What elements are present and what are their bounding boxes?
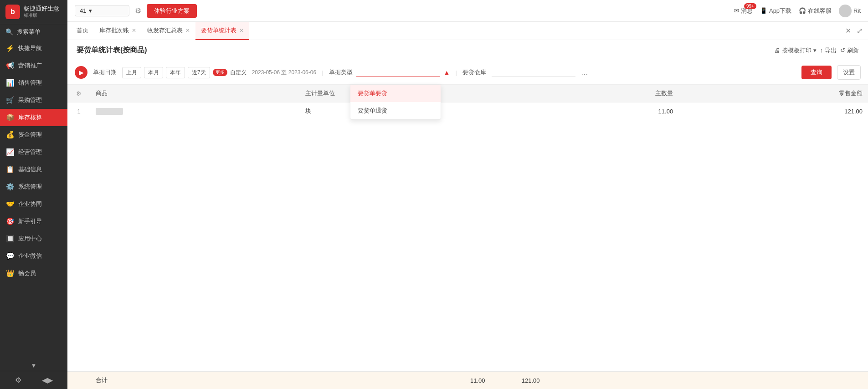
tab-close-requisition-stats[interactable]: ✕ <box>239 27 244 34</box>
sidebar-item-app-center[interactable]: 🔲 应用中心 <box>0 230 67 247</box>
sidebar-item-label: 应用中心 <box>18 235 42 243</box>
tabs-expand-icon[interactable]: ⤢ <box>855 25 864 37</box>
footer-total-label: 合计 <box>73 376 108 384</box>
topbar-left: 41 ▾ ⚙ 体验行业方案 <box>75 4 197 18</box>
sidebar-item-purchase[interactable]: 🛒 采购管理 <box>0 92 67 109</box>
sidebar-item-operations[interactable]: 📈 经营管理 <box>0 143 67 161</box>
sidebar-item-inventory[interactable]: 📦 库存核算 <box>0 109 67 126</box>
sidebar-nav: ⚡ 快捷导航 📢 营销推广 📊 销售管理 🛒 采购管理 📦 库存核算 💰 资金管… <box>0 40 67 360</box>
filter-this-month[interactable]: 本月 <box>144 67 163 78</box>
sidebar-item-label: 营销推广 <box>18 61 42 70</box>
type-filter-dropdown: 要货单要货 要货单退货 <box>350 84 441 120</box>
guide-icon: 🎯 <box>5 217 15 225</box>
company-selector-value: 41 <box>80 7 86 14</box>
filter-divider: | <box>322 69 323 76</box>
product-blurred: ██████ <box>96 108 123 115</box>
row-product: ██████ <box>90 102 300 120</box>
online-service-button[interactable]: 🎧 在线客服 <box>799 7 832 15</box>
sidebar-item-label: 系统管理 <box>18 183 42 191</box>
page-title: 要货单统计表(按商品) <box>77 46 147 55</box>
sidebar-item-quick-nav[interactable]: ⚡ 快捷导航 <box>0 40 67 57</box>
collapse-icon[interactable]: ◀▶ <box>42 376 53 384</box>
message-button[interactable]: ✉ 消息 99+ <box>734 7 753 15</box>
warehouse-filter-input[interactable] <box>492 68 575 77</box>
tab-recv-summary[interactable]: 收发存汇总表 ✕ <box>142 22 195 40</box>
sidebar-item-label: 资金管理 <box>18 131 42 139</box>
sidebar-item-finance[interactable]: 💰 资金管理 <box>0 126 67 143</box>
tab-recv-summary-label: 收发存汇总表 <box>147 26 183 35</box>
sidebar-item-sales[interactable]: 📊 销售管理 <box>0 74 67 92</box>
message-badge: 99+ <box>744 3 756 9</box>
sidebar-item-label: 企业协同 <box>18 200 42 208</box>
filter-expand-button[interactable]: ▶ <box>75 66 87 79</box>
column-settings-button[interactable]: 设置 <box>837 65 861 80</box>
warehouse-filter-label: 要货仓库 <box>462 68 486 77</box>
tab-home[interactable]: 首页 <box>71 22 94 40</box>
online-service-label: 在线客服 <box>808 7 832 15</box>
sidebar-item-label: 经营管理 <box>18 148 42 156</box>
trial-button[interactable]: 体验行业方案 <box>147 4 197 18</box>
type-dropdown-arrow[interactable]: ▲ <box>444 69 450 76</box>
sidebar-item-system[interactable]: ⚙️ 系统管理 <box>0 178 67 195</box>
chevron-down-icon: ▾ <box>89 7 92 14</box>
filter-more-badge[interactable]: 更多 <box>213 69 227 76</box>
app-sub: 标准版 <box>24 12 59 19</box>
data-table: ⚙ 商品 主计量单位 主数量 零售金额 1 ██████ 块 11.00 <box>67 85 868 120</box>
sidebar-item-label: 新手引导 <box>18 217 42 225</box>
filter-last-7-days[interactable]: 近7天 <box>188 67 210 78</box>
col-amount-header: 零售金额 <box>678 85 868 102</box>
tab-close-recv-summary[interactable]: ✕ <box>185 27 190 34</box>
filter-this-year[interactable]: 本年 <box>166 67 185 78</box>
print-chevron-icon: ▾ <box>813 47 817 54</box>
col-settings-header[interactable]: ⚙ <box>67 85 90 102</box>
table-row: 1 ██████ 块 11.00 121.00 <box>67 102 868 120</box>
sidebar-item-guide[interactable]: 🎯 新手引导 <box>0 213 67 230</box>
table-footer: 合计 11.00 121.00 <box>67 371 868 389</box>
tab-inventory-batch-label: 库存批次账 <box>99 26 129 35</box>
wechat-icon: 💬 <box>5 252 15 260</box>
sidebar-item-label: 畅会员 <box>18 269 36 277</box>
filter-more-button[interactable]: … <box>581 68 588 77</box>
filter-last-month[interactable]: 上月 <box>122 67 141 78</box>
sidebar-item-membership[interactable]: 👑 畅会员 <box>0 265 67 282</box>
topbar-right: ✉ 消息 99+ 📱 App下载 🎧 在线客服 Rit <box>734 5 861 17</box>
sidebar-item-enterprise[interactable]: 🤝 企业协同 <box>0 195 67 213</box>
tabs-close-all-icon[interactable]: ✕ <box>843 25 853 37</box>
date-filter-label: 单据日期 <box>93 68 117 77</box>
operations-icon: 📈 <box>5 148 15 156</box>
user-profile[interactable]: Rit <box>839 5 861 17</box>
print-button[interactable]: 🖨 按模板打印 ▾ <box>774 46 817 55</box>
sidebar-bottom: ⚙ ◀▶ <box>0 371 67 389</box>
search-icon: 🔍 <box>5 28 13 36</box>
sidebar-search-label: 搜索菜单 <box>17 28 41 36</box>
settings-gear-icon[interactable]: ⚙ <box>135 6 141 15</box>
membership-icon: 👑 <box>5 269 15 277</box>
sidebar-search[interactable]: 🔍 搜索菜单 <box>0 24 67 40</box>
footer-amount: 121.00 <box>485 377 540 384</box>
dropdown-item-return[interactable]: 要货单退货 <box>350 102 441 119</box>
export-button[interactable]: ↑ 导出 <box>820 46 837 55</box>
service-icon: 🎧 <box>799 7 806 14</box>
company-selector[interactable]: 41 ▾ <box>75 5 129 16</box>
finance-icon: 💰 <box>5 131 15 139</box>
export-label: 导出 <box>825 46 837 55</box>
col-product-header: 商品 <box>90 85 300 102</box>
sidebar-item-label: 采购管理 <box>18 96 42 104</box>
sidebar-item-basic-info[interactable]: 📋 基础信息 <box>0 161 67 178</box>
app-download-button[interactable]: 📱 App下载 <box>760 7 791 15</box>
tab-requisition-stats[interactable]: 要货单统计表 ✕ <box>195 22 249 40</box>
tab-close-inventory-batch[interactable]: ✕ <box>132 27 136 34</box>
refresh-button[interactable]: ↺ 刷新 <box>840 46 859 55</box>
query-button[interactable]: 查询 <box>801 66 832 79</box>
settings-icon[interactable]: ⚙ <box>15 376 21 384</box>
print-label: 按模板打印 <box>782 46 812 55</box>
system-icon: ⚙️ <box>5 183 15 191</box>
tab-inventory-batch[interactable]: 库存批次账 ✕ <box>94 22 142 40</box>
filter-custom-date[interactable]: 自定义 <box>230 69 247 77</box>
sidebar-scroll-down[interactable]: ▼ <box>0 360 67 371</box>
sidebar-item-marketing[interactable]: 📢 营销推广 <box>0 57 67 74</box>
tab-home-label: 首页 <box>77 26 88 35</box>
type-filter-input[interactable] <box>356 68 440 77</box>
sidebar-item-wechat[interactable]: 💬 企业微信 <box>0 247 67 265</box>
dropdown-item-requisition[interactable]: 要货单要货 <box>350 85 441 102</box>
